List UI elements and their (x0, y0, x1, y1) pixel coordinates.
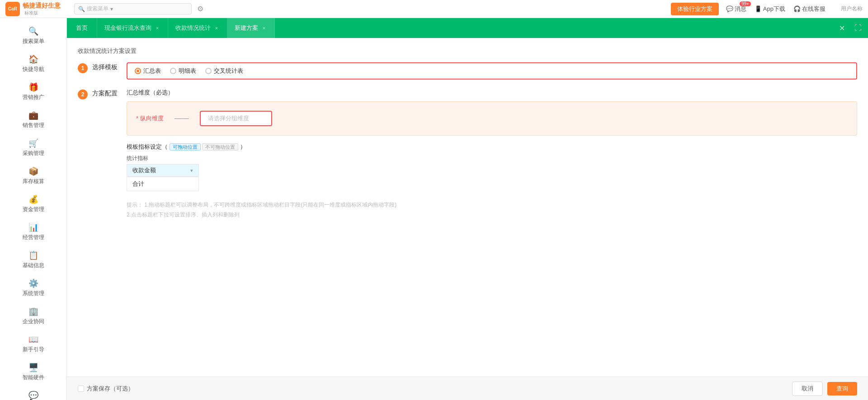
tab-cashflow[interactable]: 现金银行流水查询 × (97, 18, 168, 38)
tab-new-plan-label: 新建方案 (235, 24, 258, 32)
section2-label: 方案配置 (92, 89, 118, 98)
top-bar-actions: 💬 消息 99+ 📱 App下载 🎧 在线客服 用户名称 (726, 5, 863, 13)
sidebar-item-sales[interactable]: 💼 销售管理 (0, 106, 66, 134)
metrics-label: 模板指标设定（ 可拖动位置 不可拖动位置 ） (127, 143, 857, 151)
dim-arrow-icon: —— (175, 114, 189, 122)
sidebar-item-label-enterprise: 企业协同 (23, 318, 44, 325)
radio-summary[interactable]: 汇总表 (135, 67, 161, 75)
trial-btn[interactable]: 体验行业方案 (671, 3, 719, 15)
metrics-header-chevron[interactable]: ▾ (190, 168, 193, 174)
top-bar: CaR 畅捷通好生意 标准版 🔍 搜索菜单 ▾ ⚙ 体验行业方案 💬 消息 99… (0, 0, 868, 18)
section2-content: 汇总维度（必选） * 纵向维度 —— 请选择分组维度 (127, 89, 857, 220)
cancel-button[interactable]: 取消 (792, 381, 823, 396)
hint-line-1: 提示： 1.拖动标题栏可以调整布局，不可跨维度或指标区域拖动栏目字段(只能在同一… (127, 200, 857, 210)
section2-num: 2 (78, 89, 88, 99)
search-icon: 🔍 (78, 6, 85, 12)
enterprise-icon: 🏢 (28, 306, 38, 316)
sidebar-item-label-search: 搜索菜单 (23, 38, 44, 45)
finance-icon: 💰 (28, 194, 38, 204)
gear-icon[interactable]: ⚙ (197, 5, 203, 13)
sales-icon: 💼 (28, 110, 38, 120)
sidebar-item-quick-nav[interactable]: 🏠 快捷导航 (0, 50, 66, 78)
sidebar-item-finance[interactable]: 💰 资金管理 (0, 190, 66, 218)
radio-summary-label: 汇总表 (143, 67, 161, 75)
metrics-col-header[interactable]: 收款金额 ▾ (127, 165, 198, 177)
hint-line-2: 2.点击标题栏下拉可设置排序、插入列和删除列 (127, 210, 857, 220)
app-download-icon: 📱 (755, 5, 762, 12)
radio-cross[interactable]: 交叉统计表 (205, 67, 243, 75)
tab-close-all-btn[interactable]: ✕ (835, 22, 848, 34)
tab-maximize-btn[interactable]: ⛶ (852, 22, 864, 34)
logo-badge: 标准版 (24, 10, 61, 16)
online-service-area[interactable]: 🎧 在线客服 (793, 5, 826, 13)
sidebar-item-purchase[interactable]: 🛒 采购管理 (0, 134, 66, 162)
tab-receipt-stat-close[interactable]: × (213, 25, 220, 31)
section-template: 1 选择模板 汇总表 明细表 (78, 62, 857, 80)
tab-cashflow-close[interactable]: × (154, 25, 160, 31)
sidebar-item-label-quick-nav: 快捷导航 (23, 66, 44, 73)
sidebar-item-search-menu[interactable]: 🔍 搜索菜单 (0, 22, 66, 50)
save-checkbox[interactable] (78, 386, 84, 392)
sidebar-item-label-inventory: 库存核算 (23, 178, 44, 185)
page-content: 收款情况统计方案设置 1 选择模板 汇总表 明细表 (67, 38, 868, 376)
logo-text: 畅捷通好生意 (23, 2, 61, 10)
sidebar-item-label-basic-info: 基础信息 (23, 262, 44, 269)
metrics-table: 收款金额 ▾ 合计 (127, 164, 199, 191)
hardware-icon: 🖥️ (28, 362, 38, 372)
user-name[interactable]: 用户名称 (841, 5, 863, 13)
metrics-label-text: 模板指标设定（ 可拖动位置 不可拖动位置 ） (127, 143, 246, 151)
tab-bar-end: ✕ ⛶ (835, 18, 868, 38)
tab-receipt-stat-label: 收款情况统计 (175, 24, 211, 32)
tab-new-plan-close[interactable]: × (261, 25, 267, 31)
tab-home[interactable]: 首页 (67, 18, 97, 38)
radio-cross-label: 交叉统计表 (214, 67, 243, 75)
sidebar-item-inventory[interactable]: 📦 库存核算 (0, 162, 66, 190)
sidebar-item-enterprise[interactable]: 🏢 企业协同 (0, 302, 66, 330)
save-checkbox-text: 方案保存（可选） (87, 385, 134, 393)
sidebar-item-label-purchase: 采购管理 (23, 150, 44, 157)
template-select-box: 汇总表 明细表 交叉统计表 (127, 62, 857, 80)
sidebar-item-hardware[interactable]: 🖥️ 智能硬件 (0, 358, 66, 386)
sidebar-item-label-system: 系统管理 (23, 290, 44, 297)
search-placeholder-text: 搜索菜单 (87, 5, 108, 13)
main-layout: 🔍 搜索菜单 🏠 快捷导航 🎁 营销推广 💼 销售管理 🛒 采购管理 📦 库存核… (0, 18, 868, 400)
metrics-table-area: 统计指标 收款金额 ▾ 合计 (127, 155, 857, 191)
dimension-sub-label: 汇总维度（必选） (127, 89, 857, 97)
search-bar[interactable]: 🔍 搜索菜单 ▾ (74, 3, 192, 14)
sidebar-item-marketing[interactable]: 🎁 营销推广 (0, 78, 66, 106)
app-download-label: App下载 (763, 5, 785, 13)
sidebar-item-wechat[interactable]: 💬 企业微信 (0, 386, 66, 400)
tab-receipt-stat[interactable]: 收款情况统计 × (168, 18, 227, 38)
required-star: * (136, 115, 140, 122)
tab-new-plan[interactable]: 新建方案 × (227, 18, 275, 38)
radio-summary-circle[interactable] (135, 68, 141, 74)
radio-detail[interactable]: 明细表 (170, 67, 196, 75)
draggable-badge: 可拖动位置 (170, 143, 201, 151)
radio-cross-circle[interactable] (205, 68, 212, 74)
sidebar-item-operations[interactable]: 📊 经营管理 (0, 218, 66, 246)
section1-label: 选择模板 (92, 63, 118, 71)
section1-num: 1 (78, 63, 88, 73)
metrics-cell-total: 合计 (127, 177, 198, 191)
sidebar-item-guide[interactable]: 📖 新手引导 (0, 330, 66, 358)
logo-icon: CaR (5, 2, 20, 16)
message-area[interactable]: 💬 消息 99+ (726, 5, 746, 13)
logo-area: CaR 畅捷通好生意 标准版 (5, 2, 72, 16)
sidebar-item-label-guide: 新手引导 (23, 346, 44, 353)
dimension-select[interactable]: 请选择分组维度 (200, 111, 272, 126)
sidebar-item-label-finance: 资金管理 (23, 206, 44, 213)
sidebar-item-system[interactable]: ⚙️ 系统管理 (0, 274, 66, 302)
tab-cashflow-label: 现金银行流水查询 (104, 24, 151, 32)
basic-info-icon: 📋 (28, 250, 38, 260)
app-download-area[interactable]: 📱 App下载 (755, 5, 785, 13)
query-button[interactable]: 查询 (827, 382, 857, 395)
search-dropdown-icon[interactable]: ▾ (110, 6, 113, 12)
message-badge: 99+ (740, 1, 751, 6)
sidebar-item-basic-info[interactable]: 📋 基础信息 (0, 246, 66, 274)
metrics-section: 模板指标设定（ 可拖动位置 不可拖动位置 ） 统计指标 (127, 143, 857, 191)
radio-detail-circle[interactable] (170, 68, 176, 74)
marketing-icon: 🎁 (28, 82, 38, 92)
content-area: 首页 现金银行流水查询 × 收款情况统计 × 新建方案 × ✕ ⛶ (67, 18, 868, 400)
wechat-icon: 💬 (28, 391, 38, 400)
save-checkbox-label[interactable]: 方案保存（可选） (78, 385, 134, 393)
